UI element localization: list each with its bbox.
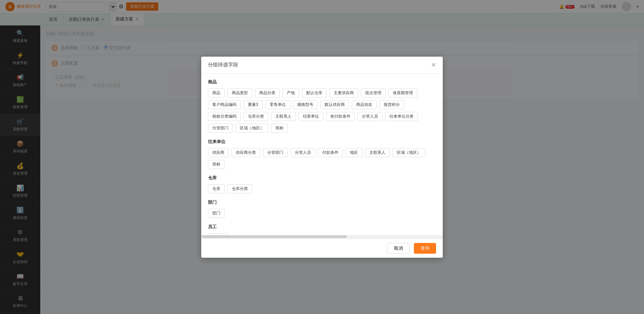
field-group-product-title: 商品 [208,79,436,85]
field-tag[interactable]: 仓库分类 [227,184,252,193]
field-group-partner-title: 往来单位 [208,139,436,145]
field-tags-product: 商品 商品类型 商品分类 产地 默认仓库 主要供应商 批次管理 保质期管理 客户… [208,88,436,133]
field-group-partner: 往来单位 供应商 供应商分类 分管部门 分管人员 付款条件 地区 主联系人 区域… [208,139,436,169]
field-tag[interactable]: 区域（地区） [235,124,268,133]
modal-overlay: 分组待选字段 ✕ 商品 商品 商品类型 商品分类 产地 默认仓库 主要供应商 批… [0,0,644,314]
cancel-button[interactable]: 取消 [387,243,410,254]
field-tag[interactable]: 供应商分类 [231,148,260,157]
hscroll-thumb [202,235,347,238]
modal-horizontal-scrollbar[interactable] [201,235,443,238]
field-tag[interactable]: 分管人员 [290,148,315,157]
field-tag[interactable]: 地区 [345,148,362,157]
field-tag[interactable]: 产地 [282,88,299,98]
field-tag[interactable]: 简称 [208,160,225,169]
field-tag[interactable]: 重量3 [244,100,263,109]
field-tag[interactable]: 商品别名 [352,100,377,109]
modal-header: 分组待选字段 ✕ [201,57,443,74]
field-tag[interactable]: 结算单位 [299,112,323,121]
field-tag[interactable]: 默认仓库 [302,88,327,98]
field-tag[interactable]: 主联系人 [365,148,390,157]
field-group-employee-title: 员工 [208,224,436,230]
modal-footer: 取消 查询 [201,239,443,258]
field-tag[interactable]: 规格型号 [293,100,318,109]
field-tag[interactable]: 商品类型 [227,88,252,98]
field-tag[interactable]: 往来单位分类 [385,112,418,121]
field-tag[interactable]: 简称 [271,124,288,133]
confirm-button[interactable]: 查询 [414,243,436,254]
field-tag[interactable]: 默认供应商 [320,100,349,109]
field-tags-warehouse: 仓库 仓库分类 [208,184,436,193]
modal-title: 分组待选字段 [208,62,238,68]
field-tag[interactable]: 主要供应商 [329,88,358,98]
field-tag[interactable]: 分管人员 [358,112,382,121]
field-tag[interactable]: 商品 [208,88,225,98]
field-tag[interactable]: 拣货积分 [379,100,404,109]
field-tag[interactable]: 批次管理 [361,88,386,98]
field-tag[interactable]: 部门 [208,209,225,218]
modal-body: 商品 商品 商品类型 商品分类 产地 默认仓库 主要供应商 批次管理 保质期管理… [201,74,443,236]
field-tag[interactable]: 分管部门 [208,124,233,133]
field-tag[interactable]: 商品分类 [255,88,280,98]
field-group-product: 商品 商品 商品类型 商品分类 产地 默认仓库 主要供应商 批次管理 保质期管理… [208,79,436,133]
field-tag[interactable]: 分管部门 [263,148,288,157]
field-tags-partner: 供应商 供应商分类 分管部门 分管人员 付款条件 地区 主联系人 区域（地区） … [208,148,436,169]
field-group-employee: 员工 业务员 [208,224,436,236]
modal-close-btn[interactable]: ✕ [431,61,436,69]
field-tag[interactable]: 主联系人 [271,112,296,121]
field-tag[interactable]: 零售单位 [265,100,290,109]
field-tag[interactable]: 付款条件 [318,148,343,157]
field-group-department-title: 部门 [208,199,436,205]
field-tag[interactable]: 供应商 [208,148,229,157]
field-group-warehouse-title: 仓库 [208,175,436,181]
field-tag[interactable]: 区域（地区） [392,148,425,157]
field-tag[interactable]: 税收分类编码 [208,112,241,121]
field-group-warehouse: 仓库 仓库 仓库分类 [208,175,436,193]
field-select-modal: 分组待选字段 ✕ 商品 商品 商品类型 商品分类 产地 默认仓库 主要供应商 批… [201,57,443,258]
field-tag[interactable]: 收付款条件 [326,112,355,121]
field-tag[interactable]: 客户商品编码 [208,100,241,109]
field-tag[interactable]: 仓库分类 [244,112,268,121]
field-tag[interactable]: 保质期管理 [388,88,417,98]
field-tag[interactable]: 仓库 [208,184,225,193]
field-tags-department: 部门 [208,209,436,218]
field-group-department: 部门 部门 [208,199,436,218]
